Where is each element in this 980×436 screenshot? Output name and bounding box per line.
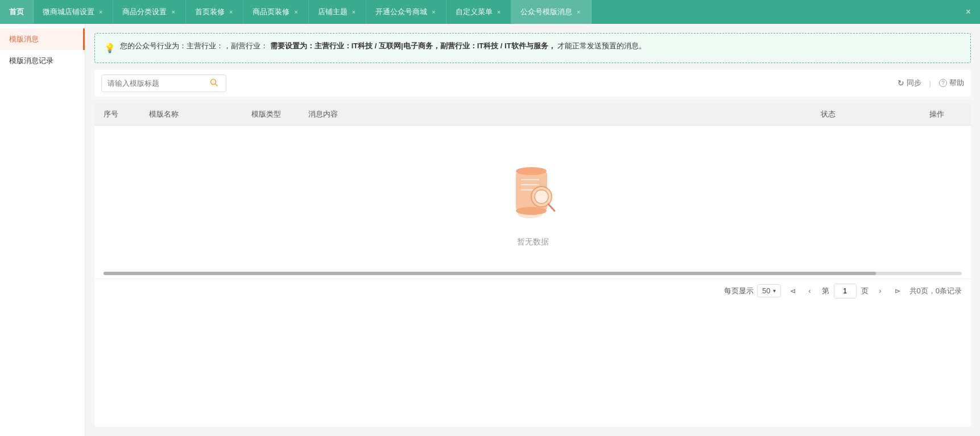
close-product-decoration-icon[interactable]: × <box>293 7 299 16</box>
svg-point-4 <box>516 167 547 175</box>
th-name: 模版名称 <box>140 109 242 119</box>
th-seq: 序号 <box>94 109 140 119</box>
notice-text: 您的公众号行业为：主营行业：，副营行业： 需要设置为：主营行业：IT科技 / 互… <box>120 40 646 52</box>
page-number-input[interactable] <box>834 284 857 298</box>
product-decoration-label: 商品页装修 <box>253 7 290 17</box>
total-info: 共0页，0条记录 <box>909 286 962 296</box>
th-action: 操作 <box>903 109 971 119</box>
search-box <box>101 74 226 92</box>
sync-icon: ↻ <box>898 78 904 88</box>
close-open-mall-icon[interactable]: × <box>431 7 436 16</box>
main-layout: 模版消息 模版消息记录 💡 您的公众号行业为：主营行业：，副营行业： 需要设置为… <box>0 24 980 436</box>
th-status: 状态 <box>812 109 903 119</box>
sidebar-item-template-msg-log[interactable]: 模版消息记录 <box>0 50 85 72</box>
close-custom-menu-icon[interactable]: × <box>496 7 502 16</box>
toolbar-divider: | <box>929 79 931 88</box>
nav-tab-custom-menu[interactable]: 自定义菜单 × <box>446 0 511 24</box>
custom-menu-label: 自定义菜单 <box>456 7 493 17</box>
notice-highlight: 需要设置为：主营行业：IT科技 / 互联网|电子商务，副营行业：IT科技 / I… <box>270 41 556 50</box>
bulb-icon: 💡 <box>104 41 115 56</box>
sidebar-item-template-msg[interactable]: 模版消息 <box>0 28 85 50</box>
toolbar: ↻ 同步 | ? 帮助 <box>94 70 971 97</box>
nav-tab-open-mall[interactable]: 开通公众号商城 × <box>366 0 446 24</box>
close-shop-settings-icon[interactable]: × <box>98 7 104 16</box>
content-area: 💡 您的公众号行业为：主营行业：，副营行业： 需要设置为：主营行业：IT科技 /… <box>85 24 980 436</box>
page-nav: ⊲ ‹ 第 页 › ⊳ <box>785 284 905 298</box>
per-page-dropdown[interactable]: 50 ▾ <box>757 284 780 297</box>
nav-tab-store-theme[interactable]: 店铺主题 × <box>309 0 366 24</box>
scrollbar-track <box>104 272 962 275</box>
scrollbar-area[interactable] <box>94 272 971 279</box>
empty-state: 暂无数据 <box>94 126 971 270</box>
table-container: 序号 模版名称 模版类型 消息内容 状态 操作 <box>94 103 971 427</box>
help-icon: ? <box>939 79 947 87</box>
sync-label: 同步 <box>907 78 921 88</box>
table-header: 序号 模版名称 模版类型 消息内容 状态 操作 <box>94 103 971 126</box>
per-page-label: 每页显示 <box>724 286 754 296</box>
nav-tab-home-decoration[interactable]: 首页装修 × <box>186 0 243 24</box>
close-all-button[interactable]: × <box>957 7 980 17</box>
help-button[interactable]: ? 帮助 <box>939 78 964 88</box>
page-label-post: 页 <box>861 286 869 296</box>
nav-tab-template-msg[interactable]: 公众号模版消息 × <box>511 0 591 24</box>
notice-banner: 💡 您的公众号行业为：主营行业：，副营行业： 需要设置为：主营行业：IT科技 /… <box>94 33 971 63</box>
empty-text: 暂无数据 <box>517 237 549 247</box>
dropdown-chevron-icon: ▾ <box>773 288 776 294</box>
svg-line-1 <box>216 84 218 86</box>
page-label-pre: 第 <box>822 286 829 296</box>
close-store-theme-icon[interactable]: × <box>351 7 357 16</box>
open-mall-label: 开通公众号商城 <box>375 7 427 17</box>
category-label: 商品分类设置 <box>122 7 167 17</box>
store-theme-label: 店铺主题 <box>318 7 348 17</box>
search-button[interactable] <box>204 75 224 92</box>
nav-tab-category[interactable]: 商品分类设置 × <box>113 0 185 24</box>
template-msg-label: 公众号模版消息 <box>520 7 572 17</box>
search-input[interactable] <box>102 76 204 91</box>
toolbar-right: ↻ 同步 | ? 帮助 <box>898 78 964 88</box>
nav-tab-product-decoration[interactable]: 商品页装修 × <box>243 0 308 24</box>
prev-page-button[interactable]: ‹ <box>803 284 817 298</box>
shop-settings-label: 微商城店铺设置 <box>43 7 94 17</box>
per-page-select: 每页显示 50 ▾ <box>724 284 780 297</box>
pagination: 每页显示 50 ▾ ⊲ ‹ 第 页 › ⊳ 共0页，0条记录 <box>94 279 971 303</box>
th-type: 模版类型 <box>242 109 299 119</box>
per-page-value: 50 <box>762 286 770 295</box>
last-page-button[interactable]: ⊳ <box>890 284 905 298</box>
svg-line-11 <box>548 204 555 211</box>
svg-point-5 <box>516 207 547 215</box>
home-tab-label: 首页 <box>9 7 24 17</box>
home-decoration-label: 首页装修 <box>195 7 225 17</box>
first-page-button[interactable]: ⊲ <box>785 284 800 298</box>
th-content: 消息内容 <box>299 109 812 119</box>
sync-button[interactable]: ↻ 同步 <box>898 78 921 88</box>
close-category-icon[interactable]: × <box>170 7 176 16</box>
close-home-decoration-icon[interactable]: × <box>228 7 234 16</box>
help-label: 帮助 <box>949 78 964 88</box>
close-template-msg-icon[interactable]: × <box>576 7 581 16</box>
top-nav: 首页 微商城店铺设置 × 商品分类设置 × 首页装修 × 商品页装修 × 店铺主… <box>0 0 980 24</box>
scrollbar-thumb <box>104 272 876 275</box>
next-page-button[interactable]: › <box>873 284 888 298</box>
empty-illustration <box>499 160 567 228</box>
sidebar: 模版消息 模版消息记录 <box>0 24 85 436</box>
nav-tab-home[interactable]: 首页 <box>0 0 34 24</box>
nav-tab-shop-settings[interactable]: 微商城店铺设置 × <box>34 0 113 24</box>
